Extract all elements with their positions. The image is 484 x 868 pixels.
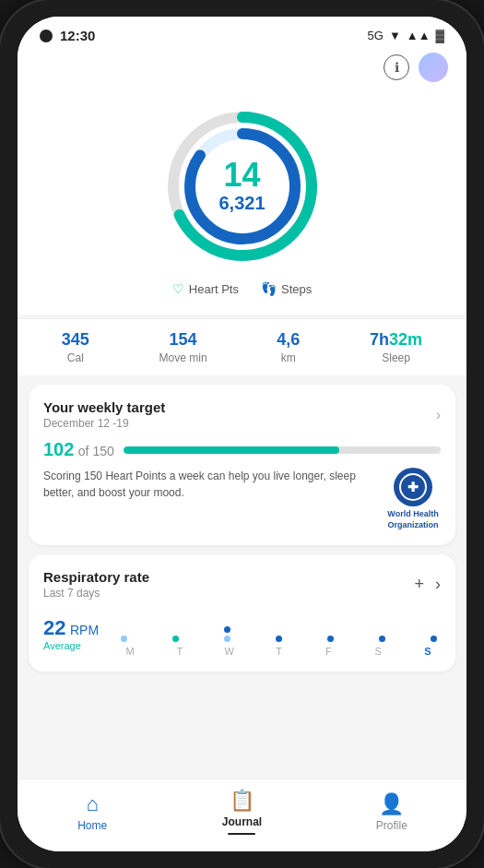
resp-avg-label: Average — [43, 640, 99, 651]
battery-icon: ▓ — [436, 29, 444, 42]
resp-value-row: 22 RPM — [43, 616, 99, 640]
chevron-right-icon: › — [436, 407, 441, 423]
target-current: 102 — [43, 439, 74, 459]
resp-subtitle: Last 7 days — [43, 587, 149, 600]
wifi-icon: ▼ — [389, 29, 401, 42]
resp-header: Respiratory rate Last 7 days + › — [43, 569, 441, 600]
profile-label: Profile — [376, 819, 407, 832]
sleep-mins: 32m — [389, 330, 422, 349]
chart-labels: M T W T F S S — [117, 642, 441, 657]
journal-icon: 📋 — [230, 789, 254, 813]
sleep-label: Sleep — [370, 351, 422, 364]
dot-top — [224, 626, 230, 633]
steps-label: Steps — [281, 282, 312, 296]
resp-title: Respiratory rate — [43, 569, 149, 585]
move-label: Move min — [159, 351, 207, 364]
dot-top — [172, 636, 179, 642]
weekly-target-card[interactable]: Your weekly target December 12 -19 › 102… — [29, 385, 455, 545]
dot-S1 — [379, 636, 385, 642]
chart-dots — [117, 605, 441, 642]
label-S1: S — [369, 646, 387, 657]
cal-value: 345 — [62, 330, 89, 350]
dot-S2 — [431, 636, 437, 642]
stats-row: 345 Cal 154 Move min 4,6 km 7h32m Sleep — [18, 318, 466, 375]
steps-legend: 👣 Steps — [261, 281, 312, 296]
dot-top — [379, 636, 385, 642]
km-value: 4,6 — [277, 330, 300, 350]
dot-bot — [224, 636, 230, 642]
resp-avg: 22 RPM Average — [43, 616, 99, 651]
heart-icon: ♡ — [172, 281, 184, 296]
nav-profile[interactable]: 👤 Profile — [317, 792, 466, 832]
resp-actions: + › — [414, 575, 441, 594]
profile-icon: 👤 — [379, 792, 404, 816]
signal-label: 5G — [368, 29, 384, 42]
home-icon: ⌂ — [87, 792, 99, 816]
add-icon[interactable]: + — [414, 575, 424, 594]
label-T1: T — [171, 646, 189, 657]
info-button[interactable]: ℹ — [384, 54, 409, 80]
rings-container: 14 6,321 — [164, 108, 321, 265]
chevron-right-resp-icon[interactable]: › — [435, 575, 441, 594]
sleep-hours: 7h — [370, 330, 389, 349]
dot-T1 — [172, 636, 179, 642]
progress-bar-fill — [124, 446, 339, 454]
dot-M — [121, 636, 127, 642]
rings-section: 14 6,321 ♡ Heart Pts 👣 Steps — [18, 89, 466, 315]
stat-move: 154 Move min — [159, 330, 207, 364]
target-numbers: 102 of 150 — [43, 439, 114, 460]
avatar[interactable] — [419, 53, 448, 82]
home-label: Home — [77, 819, 107, 832]
app-header: ℹ — [18, 49, 466, 89]
label-W: W — [220, 646, 239, 657]
bottom-nav: ⌂ Home 📋 Journal 👤 Profile — [18, 779, 466, 851]
rings-center: 14 6,321 — [218, 159, 265, 214]
dot-top — [121, 636, 127, 642]
heart-pts-label: Heart Pts — [189, 282, 239, 296]
dot-top — [327, 636, 334, 642]
stat-sleep: 7h32m Sleep — [370, 330, 422, 364]
signal-bars-icon: ▲▲ — [407, 29, 431, 42]
dot-F — [327, 636, 334, 642]
nav-journal[interactable]: 📋 Journal — [167, 789, 316, 835]
camera-dot — [40, 30, 53, 42]
scroll-content[interactable]: 14 6,321 ♡ Heart Pts 👣 Steps — [18, 89, 466, 779]
who-emblem-inner: ✚ — [399, 473, 427, 501]
target-total: of 150 — [78, 444, 114, 458]
resp-unit: RPM — [70, 623, 99, 637]
status-bar: 12:30 5G ▼ ▲▲ ▓ — [18, 17, 466, 49]
dot-top — [431, 636, 437, 642]
heart-pts-legend: ♡ Heart Pts — [172, 281, 239, 296]
label-M: M — [121, 646, 139, 657]
respiratory-rate-card[interactable]: Respiratory rate Last 7 days + › 22 RPM — [29, 554, 455, 672]
dot-T2 — [276, 636, 282, 642]
km-label: km — [277, 351, 300, 364]
weekly-target-title: Your weekly target — [43, 399, 165, 415]
who-label: World HealthOrganization — [387, 509, 438, 530]
move-value: 154 — [159, 330, 207, 350]
status-icons: 5G ▼ ▲▲ ▓ — [368, 29, 444, 42]
progress-bar-bg — [124, 446, 441, 454]
heart-pts-value: 14 — [218, 159, 265, 192]
target-progress-row: 102 of 150 — [43, 439, 441, 460]
target-description: Scoring 150 Heart Points a week can help… — [43, 468, 376, 501]
dot-top — [276, 636, 282, 642]
dot-W — [224, 626, 230, 642]
resp-value: 22 — [43, 616, 65, 639]
rings-legend: ♡ Heart Pts 👣 Steps — [172, 281, 312, 296]
who-emblem: ✚ — [394, 468, 432, 506]
status-time: 12:30 — [60, 28, 95, 43]
target-body: Scoring 150 Heart Points a week can help… — [43, 468, 441, 530]
weekly-target-date: December 12 -19 — [43, 417, 165, 430]
who-logo: ✚ World HealthOrganization — [385, 468, 441, 530]
label-S2: S — [419, 646, 437, 657]
stat-calories: 345 Cal — [62, 330, 89, 364]
sleep-value: 7h32m — [370, 330, 422, 350]
label-F: F — [319, 646, 337, 657]
label-T2: T — [270, 646, 289, 657]
steps-value: 6,321 — [218, 192, 265, 214]
resp-chart: M T W T F S S — [117, 605, 441, 657]
nav-home[interactable]: ⌂ Home — [18, 792, 167, 832]
steps-icon: 👣 — [261, 281, 277, 296]
cal-label: Cal — [62, 351, 89, 364]
